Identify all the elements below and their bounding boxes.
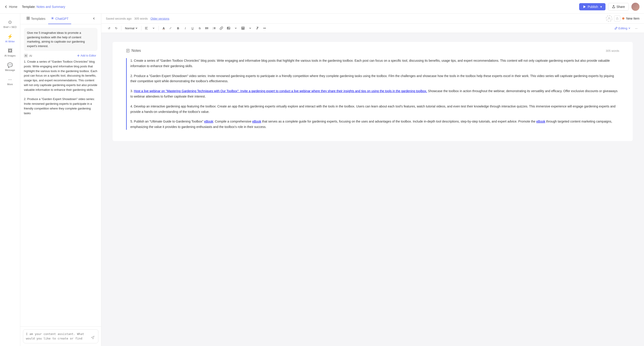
- content-para-1: 1. Create a series of "Garden Toolbox Ch…: [130, 58, 619, 69]
- ordered-list-button[interactable]: 1. 2. 3.: [211, 25, 217, 31]
- strikethrough-button[interactable]: S: [196, 25, 203, 31]
- tab-templates[interactable]: Templates: [24, 14, 48, 24]
- undo-button[interactable]: ↺: [106, 25, 112, 31]
- word-count-display: 305 words: [606, 49, 619, 53]
- svg-rect-28: [242, 27, 244, 30]
- content-para-5-link1[interactable]: eBook: [204, 120, 213, 123]
- content-para-3: 3. Host a live webinar on "Mastering Gar…: [130, 89, 619, 99]
- table-dropdown-button[interactable]: [247, 25, 253, 31]
- svg-rect-1: [27, 17, 28, 18]
- text-style-selector[interactable]: Normal: [123, 26, 140, 31]
- doc-title: Notes: [126, 49, 141, 53]
- main-layout: ⊙ Brief + SEO ⚡ AI Writer 🖼 AI Images 💬 …: [0, 14, 644, 346]
- svg-point-6: [52, 18, 53, 19]
- sidebar-item-brief-seo[interactable]: ⊙ Brief + SEO: [1, 17, 19, 31]
- publish-button[interactable]: Publish ▾: [579, 3, 606, 10]
- brief-seo-icon: ⊙: [8, 19, 12, 25]
- clear-format-button[interactable]: [254, 25, 260, 31]
- svg-point-18: [206, 29, 206, 29]
- ai-response-text: 1. Create a series of "Garden Toolbox Ch…: [24, 60, 98, 116]
- align-left-button[interactable]: [143, 25, 150, 31]
- add-to-editor-label: Add to Editor: [80, 54, 96, 57]
- templates-tab-icon: [26, 17, 30, 21]
- svg-point-34: [264, 28, 264, 28]
- svg-rect-3: [27, 19, 28, 20]
- content-para-2-text: 2. Produce a "Garden Expert Showdown" vi…: [130, 74, 614, 83]
- editor-area: Saved seconds ago 305 words Older versio…: [101, 14, 644, 346]
- sidebar-item-ai-images-label: AI Images: [4, 54, 16, 57]
- breadcrumb: Template: Notes and Summary: [22, 5, 65, 9]
- ai-label: AI AI: [24, 54, 32, 58]
- ai-writer-icon: ⚡: [7, 34, 13, 39]
- panel: Templates ChatGPT Give me 5 i: [20, 14, 101, 346]
- left-sidebar: ⊙ Brief + SEO ⚡ AI Writer 🖼 AI Images 💬 …: [0, 14, 20, 346]
- redo-button[interactable]: ↻: [113, 25, 119, 31]
- editing-mode-selector[interactable]: Editing: [613, 25, 632, 31]
- svg-text:3.: 3.: [212, 29, 213, 30]
- top-header: Home Template: Notes and Summary Publish…: [0, 0, 644, 14]
- formatting-toolbar: ↺ ↻ Normal A: [101, 24, 644, 33]
- svg-text:AI: AI: [25, 55, 27, 57]
- bold-button[interactable]: B: [175, 25, 181, 31]
- publish-label: Publish: [588, 5, 598, 9]
- lock-icon: [614, 15, 620, 22]
- content-para-5-mid: : Compile a comprehensive: [213, 120, 252, 123]
- sidebar-item-message[interactable]: 💬 Message: [1, 60, 19, 74]
- share-button[interactable]: Share: [608, 3, 629, 11]
- chatgpt-tab-icon: [51, 17, 54, 21]
- template-name-link[interactable]: Notes and Summary: [36, 5, 65, 9]
- avatar[interactable]: [632, 3, 640, 11]
- sidebar-item-ai-writer[interactable]: ⚡ AI Writer: [1, 32, 19, 45]
- table-button[interactable]: [240, 25, 246, 31]
- send-button[interactable]: [90, 335, 96, 341]
- sidebar-item-more[interactable]: ··· More: [1, 75, 19, 88]
- content-para-3-link[interactable]: Host a live webinar on "Mastering Garden…: [134, 89, 427, 93]
- svg-rect-26: [227, 27, 230, 29]
- svg-point-36: [265, 28, 266, 28]
- tab-chatgpt-label: ChatGPT: [56, 17, 68, 21]
- editor-left-border: 1. Create a series of "Garden Toolbox Ch…: [126, 58, 619, 130]
- highlight-button[interactable]: [168, 25, 174, 31]
- italic-button[interactable]: I: [182, 25, 188, 31]
- ai-images-icon: 🖼: [8, 48, 12, 53]
- avatar-image: [632, 3, 640, 11]
- editing-mode-label: Editing: [618, 27, 627, 30]
- sidebar-item-brief-seo-label: Brief + SEO: [4, 26, 16, 28]
- content-para-3-prefix: 3.: [130, 89, 134, 93]
- link-button[interactable]: [218, 25, 224, 31]
- older-versions-link[interactable]: Older versions: [150, 17, 169, 20]
- chat-input-wrapper: [23, 329, 98, 343]
- panel-tabs: Templates ChatGPT: [20, 14, 101, 24]
- sidebar-item-message-label: Message: [5, 69, 15, 71]
- image-dropdown-button[interactable]: [232, 25, 239, 31]
- chat-input-area: [20, 326, 101, 346]
- ai-response-header: AI AI Add to Editor: [24, 54, 98, 58]
- back-home-button[interactable]: Home: [4, 5, 17, 9]
- chat-input[interactable]: [26, 332, 88, 341]
- font-color-button[interactable]: A: [160, 25, 167, 31]
- editor-content[interactable]: Notes 305 words 1. Create a series of "G…: [112, 42, 633, 141]
- svg-rect-2: [28, 17, 30, 18]
- content-para-5-link2[interactable]: eBook: [252, 120, 261, 123]
- more-icon: ···: [8, 77, 12, 82]
- editor-scroll-container: Notes 305 words 1. Create a series of "G…: [101, 33, 644, 346]
- tab-chatgpt[interactable]: ChatGPT: [48, 14, 71, 24]
- image-button[interactable]: [226, 25, 232, 31]
- panel-collapse-button[interactable]: [90, 15, 98, 23]
- content-para-5-link3[interactable]: eBook: [536, 120, 545, 123]
- svg-point-9: [608, 17, 610, 19]
- save-status: Saved seconds ago: [106, 17, 132, 20]
- more-format-button[interactable]: [262, 25, 268, 31]
- template-prefix: Template:: [22, 5, 36, 9]
- sidebar-item-ai-writer-label: AI Writer: [5, 40, 15, 43]
- new-item-label: New Item: [626, 17, 640, 20]
- bullet-list-button[interactable]: [204, 25, 210, 31]
- more-options-button[interactable]: ···: [633, 25, 640, 31]
- svg-rect-10: [616, 18, 618, 20]
- sidebar-item-ai-images[interactable]: 🖼 AI Images: [1, 46, 19, 59]
- new-item-area: New Item: [606, 15, 640, 22]
- underline-button[interactable]: U: [189, 25, 196, 31]
- add-to-editor-button[interactable]: Add to Editor: [76, 54, 98, 58]
- svg-rect-4: [28, 19, 30, 20]
- align-dropdown-button[interactable]: [150, 25, 157, 31]
